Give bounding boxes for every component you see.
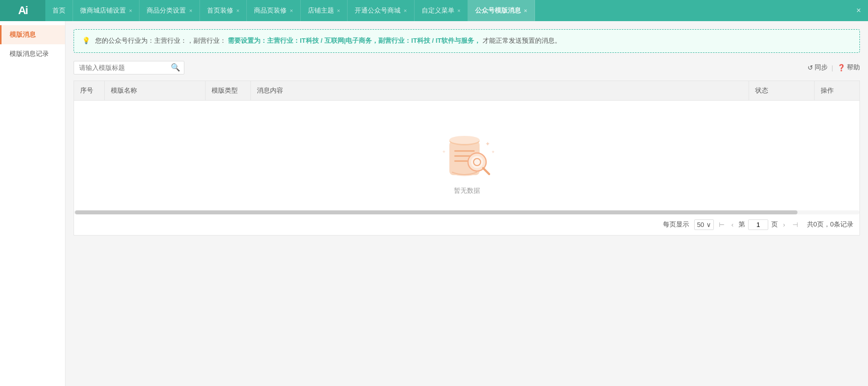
empty-text: 暂无数据 — [454, 186, 480, 195]
scroll-thumb[interactable] — [75, 210, 797, 214]
window-close-button[interactable]: × — [849, 0, 868, 21]
tab-weshop[interactable]: 微商城店铺设置 × — [73, 0, 140, 21]
top-nav: Ai 首页 微商城店铺设置 × 商品分类设置 × 首页装修 × 商品页装修 × … — [0, 0, 868, 21]
page-input[interactable] — [748, 219, 768, 230]
svg-point-3 — [449, 136, 480, 144]
last-page-button[interactable]: ⊣ — [790, 220, 800, 229]
svg-line-9 — [483, 168, 489, 174]
page-size-label: 每页显示 — [663, 220, 689, 229]
main-layout: 模版消息 模版消息记录 💡 您的公众号行业为：主营行业：，副营行业： 需要设置为… — [0, 21, 868, 386]
sync-help-area: ↺ 同步 | ❓ 帮助 — [808, 63, 860, 72]
help-button[interactable]: ❓ 帮助 — [837, 63, 860, 72]
sidebar: 模版消息 模版消息记录 — [0, 21, 65, 386]
search-input-wrap: 🔍 — [74, 61, 184, 74]
tab-openshop-close[interactable]: × — [404, 8, 407, 14]
tab-shoptheme-close[interactable]: × — [337, 8, 340, 14]
tab-category-close[interactable]: × — [189, 8, 192, 14]
tab-weshop-close[interactable]: × — [129, 8, 132, 14]
col-status: 状态 — [749, 81, 814, 101]
search-left: 🔍 — [74, 61, 184, 74]
first-page-button[interactable]: ⊢ — [717, 220, 726, 229]
empty-illustration: ✦ ✦ ✦ — [437, 126, 497, 186]
notice-prefix: 您的公众号行业为：主营行业：，副营行业： — [95, 37, 226, 44]
table-header: 序号 模版名称 模版类型 消息内容 状态 操作 — [74, 81, 859, 101]
page-size-select[interactable]: 50 ∨ — [694, 219, 713, 230]
tab-templatemsg-close[interactable]: × — [524, 8, 527, 14]
page-size-dropdown-icon: ∨ — [706, 221, 711, 228]
svg-text:✦: ✦ — [485, 140, 490, 147]
tab-custommenu[interactable]: 自定义菜单 × — [415, 0, 468, 21]
tab-productpage[interactable]: 商品页装修 × — [247, 0, 300, 21]
tab-homepage-close[interactable]: × — [236, 8, 239, 14]
page-label-pre: 第 — [739, 220, 745, 229]
nav-tabs: 首页 微商城店铺设置 × 商品分类设置 × 首页装修 × 商品页装修 × 店铺主… — [45, 0, 849, 21]
tab-productpage-close[interactable]: × — [290, 8, 293, 14]
notice-icon: 💡 — [82, 37, 90, 44]
divider: | — [832, 64, 833, 71]
sidebar-item-template-msg[interactable]: 模版消息 — [0, 25, 65, 44]
sidebar-item-template-record[interactable]: 模版消息记录 — [0, 44, 65, 63]
notice-highlight: 需要设置为：主营行业：IT科技 / 互联网|电子商务，副营行业：IT科技 / I… — [228, 37, 481, 44]
col-content: 消息内容 — [250, 81, 749, 101]
page-size-value: 50 — [697, 221, 704, 228]
svg-point-8 — [471, 156, 483, 168]
notice-box: 💡 您的公众号行业为：主营行业：，副营行业： 需要设置为：主营行业：IT科技 /… — [74, 29, 860, 53]
data-table: 序号 模版名称 模版类型 消息内容 状态 操作 — [74, 81, 859, 101]
table-container: 序号 模版名称 模版类型 消息内容 状态 操作 — [74, 81, 860, 236]
horizontal-scrollbar[interactable] — [74, 210, 859, 214]
page-label-post: 页 — [771, 220, 778, 229]
svg-text:✦: ✦ — [491, 149, 495, 155]
brand-logo: Ai — [0, 0, 45, 21]
sync-button[interactable]: ↺ 同步 — [808, 63, 828, 72]
tab-category[interactable]: 商品分类设置 × — [140, 0, 199, 21]
tab-custommenu-close[interactable]: × — [457, 8, 460, 14]
main-content: 💡 您的公众号行业为：主营行业：，副营行业： 需要设置为：主营行业：IT科技 /… — [65, 21, 868, 386]
tab-homepage[interactable]: 首页装修 × — [200, 0, 247, 21]
col-action: 操作 — [814, 81, 859, 101]
tab-templatemsg[interactable]: 公众号模版消息 × — [468, 0, 535, 21]
pagination: 每页显示 50 ∨ ⊢ ‹ 第 页 › ⊣ 共0页，0条记录 — [74, 214, 859, 235]
empty-state: ✦ ✦ ✦ 暂无数据 — [74, 101, 859, 210]
col-type: 模版类型 — [205, 81, 250, 101]
sync-icon: ↺ — [808, 64, 813, 71]
help-icon: ❓ — [837, 64, 845, 71]
col-name: 模版名称 — [104, 81, 205, 101]
search-input[interactable] — [74, 61, 184, 74]
tab-shoptheme[interactable]: 店铺主题 × — [301, 0, 348, 21]
search-bar: 🔍 ↺ 同步 | ❓ 帮助 — [74, 61, 860, 74]
tab-home[interactable]: 首页 — [45, 0, 73, 21]
svg-text:✦: ✦ — [442, 149, 446, 155]
notice-suffix: 才能正常发送预置的消息。 — [483, 37, 561, 44]
col-seq: 序号 — [74, 81, 104, 101]
tab-openshop[interactable]: 开通公众号商城 × — [348, 0, 414, 21]
search-button[interactable]: 🔍 — [171, 63, 180, 72]
prev-page-button[interactable]: ‹ — [729, 220, 736, 229]
total-info: 共0页，0条记录 — [807, 220, 853, 229]
next-page-button[interactable]: › — [781, 220, 787, 229]
